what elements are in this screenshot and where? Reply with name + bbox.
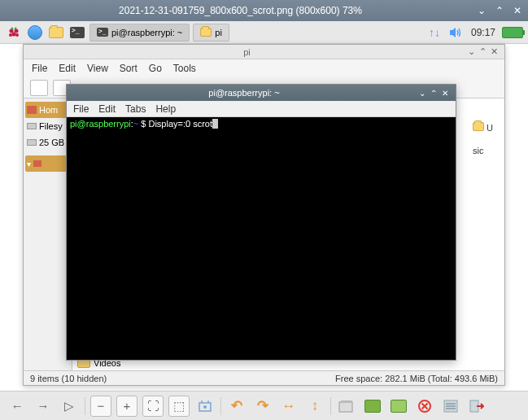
fm-close-button[interactable]: ✕ [488,46,500,58]
task-terminal[interactable]: pi@raspberrypi: ~ [89,24,190,42]
svg-point-3 [9,33,12,37]
battery-icon[interactable] [502,27,523,38]
flip-vertical-button[interactable]: ↕ [304,396,325,417]
sidebar-tree-root[interactable]: ▾ [25,155,70,172]
terminal-menu: File Edit Tabs Help [67,101,456,117]
sidebar-drive[interactable]: 25 GB [25,134,70,151]
terminal-cursor [212,119,218,129]
viewer-close-button[interactable]: ✕ [512,5,523,16]
fm-menu: File Edit View Sort Go Tools [24,59,504,77]
fm-status-space: Free space: 282.1 MiB (Total: 493.6 MiB) [335,374,498,383]
svg-point-1 [15,28,19,33]
network-icon[interactable]: ↑↓ [425,24,443,42]
terminal-close-button[interactable]: ✕ [439,87,451,98]
prompt-user: pi@raspberrypi [70,119,131,129]
volume-icon[interactable] [447,24,465,42]
fm-new-button[interactable] [30,80,48,96]
svg-rect-8 [341,400,352,403]
term-menu-help[interactable]: Help [155,103,176,115]
zoom-actual-button[interactable]: ⬚ [168,396,190,417]
svg-point-4 [15,33,19,37]
term-menu-tabs[interactable]: Tabs [125,103,146,115]
terminal-maximize-button[interactable]: ⌃ [428,87,439,98]
terminal-window: pi@raspberrypi: ~ ⌄ ⌃ ✕ File Edit Tabs H… [66,84,456,361]
zoom-fit-button[interactable]: ⛶ [142,396,164,417]
clock[interactable]: 09:17 [468,27,499,38]
terminal-body[interactable]: pi@raspberrypi:~ $ Display=:0 scrot [67,117,456,360]
terminal-icon[interactable] [68,24,86,42]
sidebar-filesystem[interactable]: Filesy [25,118,70,134]
fm-statusbar: 9 items (10 hidden) Free space: 282.1 Mi… [24,370,504,385]
task-fm-label: pi [215,28,222,37]
fm-titlebar[interactable]: pi ⌄ ⌃ ✕ [24,45,504,59]
fm-menu-go[interactable]: Go [149,63,162,74]
file-manager-icon[interactable] [47,24,65,42]
task-terminal-label: pi@raspberrypi: ~ [111,28,182,37]
raspberry-menu-icon[interactable] [5,24,23,42]
fm-status-items: 9 items (10 hidden) [30,374,107,383]
svg-point-0 [10,28,14,33]
fm-menu-view[interactable]: View [87,63,108,74]
fm-minimize-button[interactable]: ⌄ [465,46,477,58]
terminal-titlebar[interactable]: pi@raspberrypi: ~ ⌄ ⌃ ✕ [67,85,456,101]
fm-menu-file[interactable]: File [32,63,47,74]
preferences-button[interactable] [440,396,461,417]
task-filemanager[interactable]: pi [193,24,229,42]
exit-button[interactable] [466,396,487,417]
viewer-titlebar: 2021-12-31-091759_800x600_scrot.png (800… [0,0,528,21]
terminal-title: pi@raspberrypi: ~ [72,88,417,98]
fm-maximize-button[interactable]: ⌃ [477,46,488,58]
flip-horizontal-button[interactable]: ↔ [278,396,299,417]
zoom-out-button[interactable]: − [90,396,111,417]
svg-point-2 [12,32,16,36]
term-menu-file[interactable]: File [73,103,89,115]
fm-menu-edit[interactable]: Edit [59,63,76,74]
fullscreen-button[interactable] [194,396,216,417]
fm-title: pi [28,47,465,57]
delete-button[interactable] [414,396,435,417]
fm-menu-sort[interactable]: Sort [120,63,137,74]
viewer-title: 2021-12-31-091759_800x600_scrot.png (800… [5,5,476,16]
save-button[interactable] [362,396,383,417]
sidebar-home[interactable]: Hom [25,102,70,118]
browser-icon[interactable] [26,24,44,42]
fm-menu-tools[interactable]: Tools [173,63,196,74]
fm-sidebar: Hom Filesy 25 GB ▾ [24,98,72,370]
nav-back-button[interactable]: ← [7,396,28,417]
tree-collapse-icon: ▾ [27,160,31,168]
term-menu-edit[interactable]: Edit [98,103,116,115]
drive-icon [27,139,37,146]
viewer-toolbar: ← → ▷ − + ⛶ ⬚ ↶ ↷ ↔ ↕ [0,391,528,420]
viewer-minimize-button[interactable]: ⌄ [476,5,487,16]
saveas-button[interactable] [388,396,409,417]
terminal-command: Display=:0 scrot [148,119,212,129]
home-icon [33,160,41,167]
nav-forward-button[interactable]: → [33,396,54,417]
rotate-left-button[interactable]: ↶ [226,396,247,417]
play-button[interactable]: ▷ [59,396,80,417]
open-button[interactable] [336,396,357,417]
svg-rect-7 [339,402,352,412]
drive-icon [27,123,37,129]
viewer-maximize-button[interactable]: ⌃ [494,5,505,16]
rotate-right-button[interactable]: ↷ [252,396,273,417]
svg-point-6 [203,405,207,409]
zoom-in-button[interactable]: + [116,396,137,417]
home-icon [27,106,37,114]
terminal-minimize-button[interactable]: ⌄ [417,87,428,98]
taskbar: pi@raspberrypi: ~ pi ↑↓ 09:17 [0,21,528,44]
